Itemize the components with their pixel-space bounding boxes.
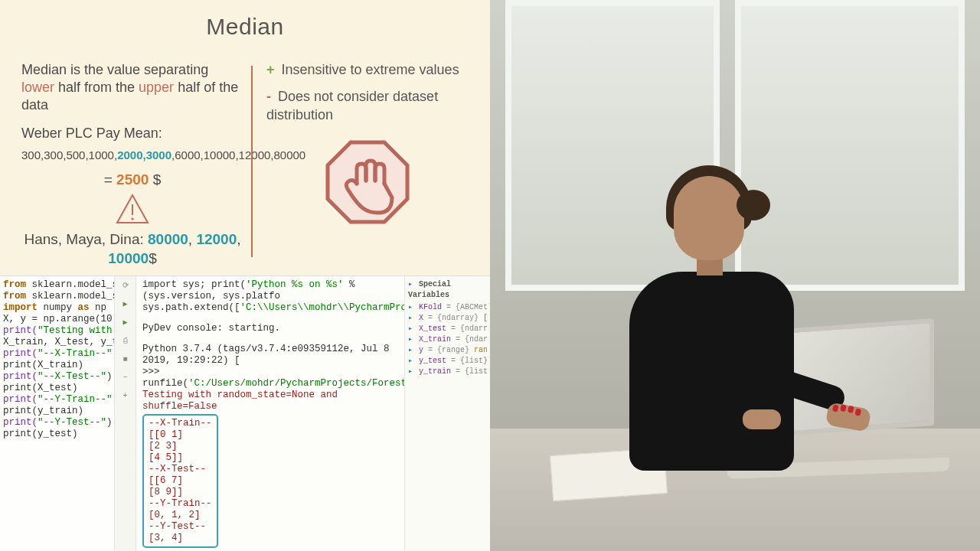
print-icon[interactable]: ⎙ [119, 334, 132, 347]
variable-row[interactable]: ▸ y = {range} range(0, 5) [408, 345, 487, 356]
svg-point-1 [131, 218, 133, 220]
code-line: print(X_test) [3, 383, 113, 394]
run-gutter: ⟳ ▶ ▶ ⎙ ■ − + [115, 276, 136, 551]
code-line: import numpy as np [3, 302, 113, 314]
code-line: print("--X-Train--") [3, 348, 113, 360]
console-line: Python 3.7.4 (tags/v3.7.4:e09359112e, Ju… [142, 344, 400, 367]
code-editor[interactable]: from sklearn.model_selectio from sklearn… [0, 276, 115, 551]
variable-row[interactable]: ▸ KFold = {ABCMeta} <class ' [408, 302, 487, 313]
code-line: print(X_train) [3, 360, 113, 371]
stop-run-icon[interactable]: ■ [119, 353, 132, 365]
slide-panel: Median Median is the value separating lo… [0, 0, 490, 276]
ide-panel: from sklearn.model_selectio from sklearn… [0, 276, 490, 551]
code-line: X, y = np.arange(10).reshap [3, 314, 113, 325]
variables-panel[interactable]: ▸ Special Variables ▸ KFold = {ABCMeta} … [404, 276, 490, 551]
console-line: PyDev console: starting. [142, 323, 400, 334]
numbers-line: 300,300,500,1000,2000,3000,6000,10000,12… [21, 148, 243, 163]
add-icon[interactable]: + [119, 390, 132, 402]
variable-row[interactable]: ▸ y_train = {list} [0, 1, 2] [408, 367, 487, 377]
code-line: print("--Y-Test--") [3, 417, 113, 429]
warning-icon [21, 192, 243, 226]
slide-right-column: + Insensitive to extreme values - Does n… [266, 61, 469, 268]
console-output[interactable]: import sys; print('Python %s on %s' % (s… [136, 276, 404, 551]
code-line: print("--Y-Train--") [3, 394, 113, 406]
slide-left-column: Median is the value separating lower hal… [21, 61, 243, 268]
console-line: import sys; print('Python %s on %s' % (s… [142, 279, 400, 302]
definition-text: Median is the value separating lower hal… [21, 61, 243, 114]
minus-bullet: - Does not consider dataset distribution [266, 88, 469, 124]
code-line: from sklearn.model_selectio [3, 279, 113, 291]
variable-row[interactable]: ▸ X_test = {ndarray} [[6 7]\n [ [408, 324, 487, 334]
slide-title: Median [21, 14, 469, 40]
run-icon[interactable]: ▶ [119, 298, 132, 310]
names-line: Hans, Maya, Dina: 80000, 12000, 10000$ [21, 230, 243, 268]
variable-row[interactable]: ▸ y_test = {list} [3, 4] [408, 356, 487, 367]
console-line: Testing with random_state=None and shuff… [142, 390, 400, 412]
variable-row[interactable]: ▸ X = {ndarray} [[0 1]\n [2 3]\n [408, 313, 487, 324]
refresh-icon[interactable]: ⟳ [119, 279, 132, 292]
code-line: X_train, X_test, y_train, y [3, 337, 113, 348]
person-illustration [590, 145, 804, 467]
collapse-icon[interactable]: − [119, 371, 132, 383]
highlighted-output: --X-Train-- [[0 1] [2 3] [4 5]] --X-Test… [142, 414, 218, 548]
plus-bullet: + Insensitive to extreme values [266, 61, 469, 79]
variable-row[interactable]: ▸ X_train = {ndarray} [[0 1]\n [ [408, 334, 487, 345]
vertical-divider [251, 66, 253, 257]
variables-header: ▸ Special Variables [408, 279, 487, 301]
console-line: >>> runfile('C:/Users/mohdr/PycharmProje… [142, 367, 400, 390]
console-line: sys.path.extend(['C:\\Users\\mohdr\\Pych… [142, 302, 400, 314]
code-line: print("Testing with random_ [3, 325, 113, 337]
subhead-text: Weber PLC Pay Mean: [21, 125, 243, 142]
code-line: print("--X-Test--") [3, 371, 113, 383]
stop-icon [266, 136, 469, 228]
photo-panel [490, 0, 980, 551]
code-line: print(y_test) [3, 429, 113, 440]
code-line: from sklearn.model_selectio [3, 291, 113, 302]
rerun-icon[interactable]: ▶ [119, 316, 132, 328]
equals-line: = 2500 $ [21, 171, 243, 189]
code-line: print(y_train) [3, 406, 113, 417]
